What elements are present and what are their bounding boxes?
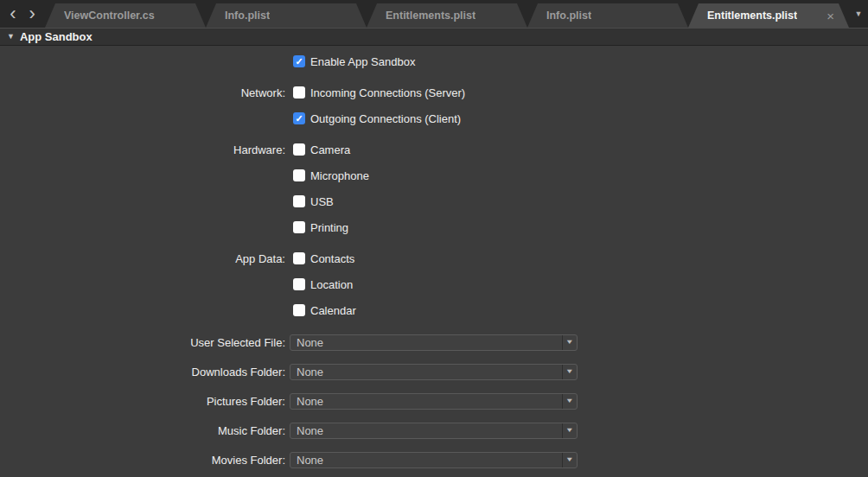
dropdown[interactable]: None ▼ <box>290 423 578 439</box>
dropdown[interactable]: None ▼ <box>290 393 578 410</box>
sandbox-form: ✓ Enable App Sandbox Network: ✓ Incoming… <box>0 46 868 474</box>
tab-entitlements-plist[interactable]: Entitlements.plist × <box>367 3 527 28</box>
tab-bar: ‹ › ViewController.cs × Info.plist × Ent… <box>0 0 868 28</box>
dropdown-arrow-button[interactable]: ▼ <box>562 335 577 350</box>
dropdown[interactable]: None ▼ <box>290 334 578 351</box>
chevron-down-icon: ▼ <box>565 339 574 346</box>
close-icon[interactable]: × <box>827 10 834 22</box>
dropdown-value: None <box>290 336 323 349</box>
section-header: ▼ App Sandbox <box>0 28 868 46</box>
dropdown[interactable]: None ▼ <box>290 364 578 380</box>
dropdown-label: Movies Folder: <box>0 454 285 467</box>
tab-label: Info.plist <box>546 10 591 22</box>
checkbox[interactable]: ✓ <box>293 195 305 207</box>
checkbox[interactable]: ✓ <box>293 221 305 233</box>
checkbox[interactable]: ✓ <box>293 304 305 316</box>
dropdown-arrow-button[interactable]: ▼ <box>562 423 577 438</box>
dropdown-row-movies-folder: Movies Folder: None ▼ <box>0 445 868 474</box>
checkbox-label[interactable]: Contacts <box>310 252 354 265</box>
tab-info-plist[interactable]: Info.plist × <box>527 3 688 28</box>
checkbox-label[interactable]: Calendar <box>310 304 356 317</box>
checkbox-label[interactable]: Microphone <box>310 169 369 182</box>
checkbox[interactable]: ✓ <box>293 55 305 67</box>
forward-button[interactable]: › <box>29 5 35 22</box>
tab-viewcontroller-cs[interactable]: ViewController.cs × <box>45 3 206 28</box>
dropdown-value: None <box>290 395 323 408</box>
checkbox-row-location: ✓ Location <box>0 271 868 297</box>
checkbox-row-outgoing-connections-client: ✓ Outgoing Connections (Client) <box>0 105 868 131</box>
back-button[interactable]: ‹ <box>10 5 16 22</box>
checkbox-label[interactable]: USB <box>310 195 334 208</box>
tab-label: ViewController.cs <box>64 10 155 22</box>
checkbox-row-incoming-connections-server: Network: ✓ Incoming Connections (Server) <box>0 80 868 105</box>
chevron-down-icon: ▼ <box>565 368 574 375</box>
dropdown-row-user-selected-file: User Selected File: None ▼ <box>0 328 868 357</box>
checkbox[interactable]: ✓ <box>293 252 305 264</box>
tab-strip: ViewController.cs × Info.plist × Entitle… <box>45 3 849 28</box>
tab-overflow-button[interactable]: ▼ <box>849 0 868 28</box>
checkbox-row-usb: ✓ USB <box>0 188 868 214</box>
checkbox-row-enable-app-sandbox: ✓ Enable App Sandbox <box>0 48 868 74</box>
checkbox-row-printing: ✓ Printing <box>0 214 868 240</box>
checkbox[interactable]: ✓ <box>293 86 305 99</box>
checkbox[interactable]: ✓ <box>293 112 305 124</box>
checkbox-row-contacts: App Data: ✓ Contacts <box>0 245 868 271</box>
checkbox-label[interactable]: Outgoing Connections (Client) <box>310 112 461 125</box>
disclosure-triangle-icon[interactable]: ▼ <box>7 33 15 41</box>
group-label: Network: <box>0 86 285 99</box>
dropdown-row-downloads-folder: Downloads Folder: None ▼ <box>0 357 868 386</box>
dropdown-value: None <box>290 454 323 467</box>
tab-label: Info.plist <box>225 10 270 22</box>
checkbox[interactable]: ✓ <box>293 278 305 290</box>
chevron-down-icon: ▼ <box>565 427 574 434</box>
dropdown-row-music-folder: Music Folder: None ▼ <box>0 416 868 445</box>
checkbox[interactable]: ✓ <box>293 143 305 156</box>
tab-label: Entitlements.plist <box>707 10 797 22</box>
checkbox-label[interactable]: Location <box>310 278 353 291</box>
dropdown-row-pictures-folder: Pictures Folder: None ▼ <box>0 386 868 416</box>
dropdown-label: Pictures Folder: <box>0 395 285 408</box>
checkbox-row-calendar: ✓ Calendar <box>0 297 868 323</box>
section-title: App Sandbox <box>20 30 93 43</box>
checkbox-section: ✓ Enable App Sandbox Network: ✓ Incoming… <box>0 48 868 323</box>
group-label: Hardware: <box>0 143 285 156</box>
tab-nav: ‹ › <box>0 0 45 28</box>
checkbox-label[interactable]: Printing <box>310 221 348 234</box>
checkbox[interactable]: ✓ <box>293 169 305 181</box>
dropdown[interactable]: None ▼ <box>290 452 578 468</box>
checkbox-label[interactable]: Camera <box>310 143 350 156</box>
dropdown-arrow-button[interactable]: ▼ <box>562 453 577 467</box>
checkbox-label[interactable]: Enable App Sandbox <box>310 55 415 68</box>
chevron-down-icon: ▼ <box>855 10 863 18</box>
checkbox-label[interactable]: Incoming Connections (Server) <box>310 86 465 99</box>
chevron-down-icon: ▼ <box>565 398 574 404</box>
chevron-down-icon: ▼ <box>565 456 574 463</box>
tab-entitlements-plist[interactable]: Entitlements.plist × <box>688 3 849 28</box>
checkbox-row-microphone: ✓ Microphone <box>0 162 868 188</box>
tab-info-plist[interactable]: Info.plist × <box>206 3 367 28</box>
dropdown-section: User Selected File: None ▼ Downloads Fol… <box>0 328 868 474</box>
group-label: App Data: <box>0 252 285 265</box>
dropdown-label: Music Folder: <box>0 424 285 437</box>
dropdown-label: Downloads Folder: <box>0 366 285 378</box>
check-icon: ✓ <box>295 114 303 124</box>
dropdown-value: None <box>290 424 323 437</box>
check-icon: ✓ <box>295 57 303 67</box>
checkbox-row-camera: Hardware: ✓ Camera <box>0 137 868 162</box>
dropdown-arrow-button[interactable]: ▼ <box>562 365 577 379</box>
dropdown-arrow-button[interactable]: ▼ <box>562 394 577 409</box>
dropdown-label: User Selected File: <box>0 336 285 349</box>
tab-label: Entitlements.plist <box>386 10 475 22</box>
dropdown-value: None <box>290 366 323 378</box>
